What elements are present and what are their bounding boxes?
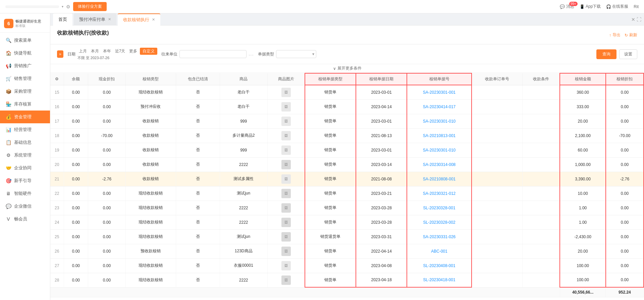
verify-no-link[interactable]: SA-20230321-012 bbox=[423, 191, 455, 196]
goods-img-thumb[interactable]: 🖼 bbox=[281, 275, 291, 285]
cell-verify-no[interactable]: SL-20230328-002 bbox=[407, 215, 472, 229]
cell-verify-no[interactable]: ABC-001 bbox=[407, 244, 472, 258]
message-link[interactable]: 💬 消息 99+ bbox=[560, 4, 574, 9]
tab-verify[interactable]: 收款核销执行 ✕ bbox=[118, 13, 160, 26]
date-opt-this-month[interactable]: 本月 bbox=[90, 48, 100, 55]
cell-include-settled: 否 bbox=[176, 172, 220, 186]
export-button[interactable]: ↑ 导出 bbox=[609, 32, 621, 38]
sidebar-label: 快捷导航 bbox=[14, 50, 32, 56]
goods-img-thumb[interactable]: 🖼 bbox=[281, 261, 291, 270]
cell-verify-no[interactable]: SA-20230414-017 bbox=[407, 99, 472, 114]
sidebar-item-畅会员[interactable]: V畅会员 bbox=[0, 213, 50, 225]
goods-img-thumb[interactable]: 🖼 bbox=[281, 88, 291, 97]
sidebar-item-营销推广[interactable]: 📢营销推广 bbox=[0, 59, 50, 72]
settings-icon[interactable]: ⚙ bbox=[66, 4, 70, 9]
settings-col-icon[interactable]: ⚙ bbox=[55, 77, 59, 81]
table-row: 20 0.00 0.00 收款核销 否 2222 🖼 销货单 2023-03-1… bbox=[50, 157, 644, 172]
sidebar-item-企业协同[interactable]: 🤝企业协同 bbox=[0, 162, 50, 174]
settings-button[interactable]: 设置 bbox=[619, 49, 637, 59]
sidebar-item-库存核算[interactable]: 🏪库存核算 bbox=[0, 98, 50, 111]
verify-no-link[interactable]: SA-20230414-017 bbox=[423, 104, 455, 109]
goods-img-thumb[interactable]: 🖼 bbox=[281, 218, 291, 227]
goods-img-thumb[interactable]: 🖼 bbox=[281, 189, 291, 198]
maximize-icon[interactable]: ⛶ bbox=[637, 17, 641, 22]
verify-tab-close-icon[interactable]: ✕ bbox=[152, 17, 155, 22]
tab-prepay[interactable]: 预付冲应付单 ✕ bbox=[74, 13, 116, 26]
cell-verify-date: 2023-04-08 bbox=[356, 258, 407, 273]
date-custom-button[interactable]: 自定义 bbox=[140, 48, 157, 55]
verify-no-link[interactable]: SL-20230328-002 bbox=[423, 220, 455, 225]
cell-verify-no[interactable]: SA-20210813-001 bbox=[407, 128, 472, 143]
prepay-tab-close-icon[interactable]: ✕ bbox=[108, 17, 111, 22]
close-window-icon[interactable]: ✕ bbox=[631, 17, 635, 22]
cell-verify-no[interactable]: SA-20230321-012 bbox=[407, 186, 472, 201]
tab-bar-actions: ✕ ⛶ bbox=[631, 17, 641, 22]
sidebar-item-企业微信[interactable]: 💬企业微信 bbox=[0, 200, 50, 213]
verify-no-link[interactable]: ABC-001 bbox=[431, 249, 447, 254]
date-opt-more[interactable]: 更多 bbox=[128, 48, 139, 55]
goods-img-thumb[interactable]: 🖼 bbox=[281, 131, 291, 140]
refresh-button[interactable]: ↻ 刷新 bbox=[625, 32, 637, 38]
cell-verify-no[interactable]: SL-20230328-001 bbox=[407, 201, 472, 215]
sidebar-item-基础信息[interactable]: 📋基础信息 bbox=[0, 136, 50, 149]
goods-img-thumb[interactable]: 🖼 bbox=[281, 203, 291, 213]
cell-verify-no[interactable]: SA-20230301-010 bbox=[407, 143, 472, 157]
verify-no-link[interactable]: SA-20230301-001 bbox=[423, 90, 455, 95]
goods-img-thumb[interactable]: 🖼 bbox=[281, 117, 291, 126]
th-settings[interactable]: ⚙ bbox=[50, 73, 64, 85]
goods-img-thumb[interactable]: 🖼 bbox=[281, 247, 291, 256]
cell-verify-no[interactable]: SA-20230314-008 bbox=[407, 157, 472, 172]
cell-verify-no[interactable]: SL-20230408-001 bbox=[407, 258, 472, 273]
verify-no-link[interactable]: SL-20230328-001 bbox=[423, 206, 455, 210]
sidebar-item-销售管理[interactable]: 🛒销售管理 bbox=[0, 72, 50, 85]
sidebar-item-系统管理[interactable]: ⚙系统管理 bbox=[0, 149, 50, 162]
goods-img-thumb[interactable]: 🖼 bbox=[281, 102, 291, 112]
verify-no-link[interactable]: SL-20230418-001 bbox=[423, 277, 455, 282]
goods-img-thumb[interactable]: 🖼 bbox=[281, 174, 291, 184]
goods-img-thumb[interactable]: 🖼 bbox=[281, 160, 291, 169]
sidebar-item-快捷导航[interactable]: 🏠快捷导航 bbox=[0, 47, 50, 59]
cell-verify-no[interactable]: SA-20210808-001 bbox=[407, 172, 472, 186]
goods-img-thumb[interactable]: 🖼 bbox=[281, 232, 291, 242]
partner-more-icon[interactable]: ... bbox=[249, 52, 254, 56]
cell-verify-no[interactable]: SA-20230301-010 bbox=[407, 114, 472, 128]
date-opt-this-year[interactable]: 本年 bbox=[102, 48, 112, 55]
verify-no-link[interactable]: SA-20210808-001 bbox=[423, 177, 455, 181]
solution-button[interactable]: 体验行业方案 bbox=[73, 2, 107, 11]
filter-expand-button[interactable]: » bbox=[57, 50, 63, 58]
table-row: 17 0.00 0.00 收款核销 否 999 🖼 销货单 2023-03-01… bbox=[50, 114, 644, 128]
goods-img-thumb[interactable]: 🖼 bbox=[281, 145, 291, 155]
voucher-type-select[interactable] bbox=[276, 50, 316, 58]
sidebar-item-新手引导[interactable]: 🎯新手引导 bbox=[0, 174, 50, 187]
date-opt-last-month[interactable]: 上月 bbox=[77, 48, 88, 55]
partner-input[interactable] bbox=[179, 50, 247, 58]
sidebar-icon: 🛒 bbox=[5, 76, 11, 81]
verify-no-link[interactable]: SA-20230301-010 bbox=[423, 119, 455, 124]
app-download-link[interactable]: 📱 App下载 bbox=[580, 4, 601, 9]
sidebar-label: 资金管理 bbox=[14, 114, 32, 120]
verify-no-link[interactable]: SA-20230331-026 bbox=[423, 234, 455, 239]
cell-verify-discount: 0.00 bbox=[606, 157, 644, 172]
table-row: 15 0.00 0.00 现结收款核销 否 老白干 🖼 销货单 2023-03-… bbox=[50, 85, 644, 99]
sidebar-item-搜索菜单[interactable]: 🔍搜索菜单 bbox=[0, 34, 50, 47]
verify-no-link[interactable]: SL-20230408-001 bbox=[423, 263, 455, 268]
verify-no-link[interactable]: SA-20210813-001 bbox=[423, 133, 455, 138]
date-opt-7days[interactable]: 近7天 bbox=[114, 48, 127, 55]
cell-verify-no[interactable]: SL-20230418-001 bbox=[407, 273, 472, 287]
online-service-link[interactable]: 🎧 在线客服 bbox=[606, 4, 628, 9]
sidebar-item-智能硬件[interactable]: 🖥智能硬件 bbox=[0, 187, 50, 200]
tab-home[interactable]: 首页 bbox=[53, 13, 72, 26]
cell-verify-no[interactable]: SA-20230331-026 bbox=[407, 229, 472, 244]
cell-verify-no[interactable]: SA-20230301-001 bbox=[407, 85, 472, 99]
cell-verify-date: 2023-03-28 bbox=[356, 215, 407, 229]
verify-no-link[interactable]: SA-20230301-010 bbox=[423, 148, 455, 153]
query-button[interactable]: 查询 bbox=[596, 49, 616, 59]
expand-more-button[interactable]: ∨ 展开更多条件 bbox=[333, 66, 362, 71]
sidebar-item-采购管理[interactable]: 📦采购管理 bbox=[0, 85, 50, 98]
sidebar-icon: 🔍 bbox=[5, 38, 11, 43]
top-search[interactable] bbox=[5, 5, 59, 8]
cell-verify-amount: 2,100.00 bbox=[560, 128, 605, 143]
sidebar-item-资金管理[interactable]: 💰资金管理 bbox=[0, 111, 50, 123]
sidebar-item-经营管理[interactable]: 📊经营管理 bbox=[0, 123, 50, 136]
verify-no-link[interactable]: SA-20230314-008 bbox=[423, 162, 455, 167]
